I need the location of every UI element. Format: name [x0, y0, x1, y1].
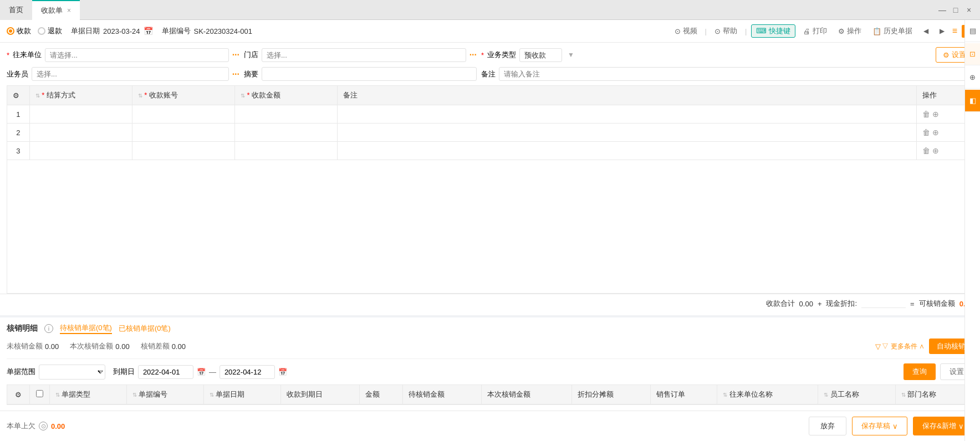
- history-btn[interactable]: 📋 历史单据: [869, 25, 916, 37]
- done-tab[interactable]: 已核销单据(0笔): [119, 324, 171, 334]
- row-num-1: 1: [7, 105, 29, 124]
- due-date-to-input[interactable]: [220, 365, 275, 379]
- print-btn[interactable]: 🖨 打印: [800, 25, 830, 37]
- right-panel-btn-1[interactable]: ▤: [965, 20, 980, 42]
- bt-col-dept: ⇅ 部门名称: [895, 385, 972, 404]
- query-btn[interactable]: 查询: [904, 363, 936, 380]
- bt-select-all-checkbox[interactable]: [36, 390, 43, 397]
- row-amount-1[interactable]: [234, 105, 337, 124]
- save-new-chevron: ∨: [958, 422, 964, 430]
- cal-to-icon[interactable]: 📅: [278, 368, 287, 376]
- staff-more-btn[interactable]: ···: [232, 69, 239, 79]
- unchecked-label: 未核销金额: [7, 341, 43, 351]
- settings-gear-icon: ⚙: [943, 51, 950, 59]
- form-row-2: 业务员 ··· 摘要 备注: [7, 67, 973, 81]
- window-controls: — □ ×: [938, 6, 980, 14]
- radio-receipt[interactable]: 收款: [7, 26, 31, 36]
- doc-range-select[interactable]: [39, 365, 105, 380]
- save-draft-btn[interactable]: 保存草稿 ∨: [852, 417, 907, 435]
- diff-label: 核销差额: [141, 341, 170, 351]
- row-copy-btn-1[interactable]: ⊕: [932, 110, 939, 119]
- row-settlement-3[interactable]: [29, 142, 132, 160]
- counterpart-input[interactable]: [45, 48, 229, 62]
- table-settings-col[interactable]: ⚙: [7, 86, 29, 105]
- staff-input[interactable]: [32, 67, 229, 81]
- tab-receipt[interactable]: 收款单 ×: [32, 0, 80, 20]
- equals-sign: =: [910, 300, 915, 308]
- toolbar-actions: ⊙ 视频 | ⊙ 帮助 | ⌨ 快捷键 🖨 打印 ⚙ 操作 📋: [671, 24, 973, 38]
- date-calendar-icon[interactable]: 📅: [144, 27, 153, 35]
- help-btn[interactable]: ⊙ 帮助: [711, 25, 741, 37]
- bt-col-checkbox[interactable]: [29, 385, 49, 404]
- history-label: 历史单据: [884, 26, 912, 36]
- row-settlement-2[interactable]: [29, 124, 132, 142]
- prev-info-icon[interactable]: ⊙: [39, 422, 48, 430]
- pending-tab[interactable]: 待核销单据(0笔): [60, 323, 112, 334]
- radio-receipt-dot: [7, 27, 14, 35]
- writeoff-info-icon[interactable]: i: [44, 324, 53, 333]
- discount-input[interactable]: [861, 299, 906, 308]
- minimize-icon[interactable]: —: [938, 6, 947, 14]
- date-sep: —: [209, 368, 216, 376]
- row-amount-2[interactable]: [234, 124, 337, 142]
- more-conditions-btn[interactable]: ▽ ▽ 更多条件 ∧: [875, 342, 925, 351]
- video-label: 视频: [683, 26, 697, 36]
- row-delete-btn-3[interactable]: 🗑: [922, 146, 930, 155]
- nav-left-btn[interactable]: ◀: [920, 26, 932, 36]
- row-remark-1[interactable]: [337, 105, 916, 124]
- row-account-3[interactable]: [132, 142, 234, 160]
- remark-input[interactable]: [499, 67, 973, 81]
- row-copy-btn-3[interactable]: ⊕: [932, 146, 939, 155]
- save-draft-label: 保存草稿: [861, 421, 890, 431]
- current-stat: 本次核销金额 0.00: [70, 341, 129, 351]
- operation-btn[interactable]: ⚙ 操作: [835, 25, 865, 37]
- store-input[interactable]: [262, 48, 466, 62]
- date-label: 单据日期: [71, 26, 100, 36]
- row-settlement-1[interactable]: [29, 105, 132, 124]
- row-delete-btn-2[interactable]: 🗑: [922, 128, 930, 137]
- row-account-2[interactable]: [132, 124, 234, 142]
- list-view-icon[interactable]: ≡: [952, 26, 957, 36]
- unchecked-value: 0.00: [45, 342, 59, 351]
- footer: 本单上欠 ⊙ 0.00 放弃 保存草稿 ∨ 保存&新增 ∨: [0, 411, 980, 441]
- counterpart-more-btn[interactable]: ···: [232, 50, 239, 60]
- staff-field: 业务员 ···: [7, 67, 239, 81]
- net-label: 可核销金额: [919, 299, 955, 309]
- close-icon[interactable]: ×: [964, 6, 973, 14]
- maximize-icon[interactable]: □: [951, 6, 960, 14]
- staff-label: 业务员: [7, 69, 28, 79]
- table-row: 2 🗑 ⊕: [7, 124, 973, 142]
- row-account-1[interactable]: [132, 105, 234, 124]
- abandon-btn[interactable]: 放弃: [809, 417, 846, 435]
- col-header-amount: ⇅ * 收款金额: [234, 86, 337, 105]
- radio-refund[interactable]: 退款: [38, 26, 62, 36]
- due-date-from-input[interactable]: [138, 365, 193, 379]
- row-amount-3[interactable]: [234, 142, 337, 160]
- keyboard-icon: ⌨: [756, 27, 767, 35]
- right-panel-btn-3[interactable]: ⊕: [965, 66, 980, 89]
- store-more-btn[interactable]: ···: [469, 50, 477, 60]
- right-panel-btn-2[interactable]: ⊡: [965, 43, 980, 65]
- video-btn[interactable]: ⊙ 视频: [671, 25, 701, 37]
- tab-home[interactable]: 首页: [0, 0, 32, 20]
- bt-col-settings[interactable]: ⚙: [7, 385, 29, 404]
- row-remark-3[interactable]: [337, 142, 916, 160]
- due-date-field: 到期日 📅 — 📅: [113, 365, 287, 379]
- row-delete-btn-1[interactable]: 🗑: [922, 110, 930, 119]
- footer-left: 本单上欠 ⊙ 0.00: [7, 421, 65, 431]
- col-header-settlement: ⇅ * 结算方式: [29, 86, 132, 105]
- receipt-type-group: 收款 退款: [7, 26, 62, 36]
- right-panel-btn-4[interactable]: ◧: [965, 90, 980, 112]
- cal-from-icon[interactable]: 📅: [197, 368, 206, 376]
- tab-bar: 首页 收款单 × — □ ×: [0, 0, 980, 20]
- row-remark-2[interactable]: [337, 124, 916, 142]
- row-copy-btn-2[interactable]: ⊕: [932, 128, 939, 137]
- summary-input[interactable]: [262, 67, 477, 81]
- summary-row: 收款合计 0.00 + 现金折扣: = 可核销金额 0.00: [0, 294, 980, 313]
- business-type-select[interactable]: 预收款: [519, 48, 562, 62]
- tab-close-icon[interactable]: ×: [67, 7, 71, 14]
- shortcut-btn[interactable]: ⌨ 快捷键: [751, 24, 795, 38]
- footer-actions: 放弃 保存草稿 ∨ 保存&新增 ∨: [809, 417, 973, 435]
- nav-right-btn[interactable]: ▶: [936, 26, 948, 36]
- filter-row: 单据范围 ▼ 到期日 📅 — 📅 查询 设置: [7, 358, 973, 384]
